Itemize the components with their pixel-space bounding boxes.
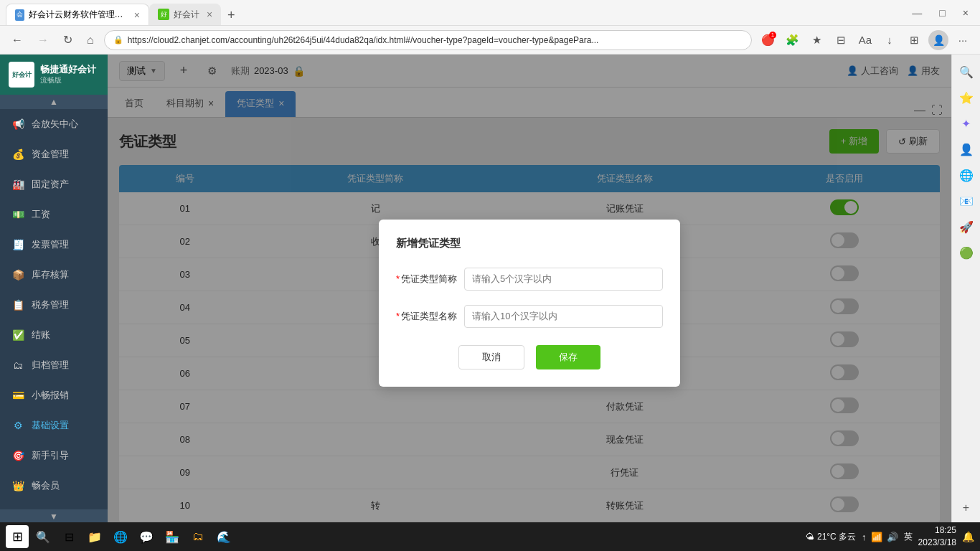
tab2-close[interactable]: × <box>207 9 212 20</box>
new-tab-button[interactable]: + <box>221 5 241 25</box>
sidebar-item-payroll[interactable]: 💵 工资 <box>0 199 108 230</box>
sound-icon[interactable]: 🔊 <box>887 532 898 542</box>
extension-icon-red[interactable]: 🔴 1 <box>758 30 778 50</box>
date-display: 2023/3/18 <box>918 537 956 549</box>
notification-button[interactable]: 🔔 <box>962 531 974 542</box>
tax-label: 税务管理 <box>32 298 69 311</box>
favorites-button[interactable]: ★ <box>806 30 826 50</box>
sidebar-item-archive[interactable]: 🗂 归档管理 <box>0 350 108 380</box>
rs-send-icon[interactable]: 🚀 <box>955 215 978 238</box>
sidebar-item-settings[interactable]: ⚙ 基础设置 <box>0 410 108 441</box>
maximize-button[interactable]: □ <box>933 4 951 22</box>
home-button[interactable]: ⌂ <box>83 31 98 50</box>
reload-button[interactable]: ↻ <box>59 30 77 50</box>
logo-subtitle: 流畅版 <box>40 75 96 85</box>
taskbar: ⊞ 🔍 ⊟ 📁 🌐 💬 🏪 🗂 🌊 🌤 21°C 多云 ↑ 📶 🔊 英 18:2… <box>0 522 980 551</box>
sidebar-scroll: 📢 会放矢中心 💰 资金管理 🏭 固定资产 💵 工资 🧾 发票管理 📦 <box>0 109 108 509</box>
close-button[interactable]: × <box>957 4 974 22</box>
sidebar-logo: 好会计 畅捷通好会计 流畅版 <box>0 55 108 95</box>
sidebar-item-checkout[interactable]: ✅ 结账 <box>0 320 108 350</box>
sidebar-item-notices[interactable]: 📢 会放矢中心 <box>0 109 108 139</box>
browser-tab-2[interactable]: 好 好会计 × <box>149 4 221 25</box>
network-up-icon[interactable]: ↑ <box>862 532 867 542</box>
wechat-button[interactable]: 💬 <box>135 525 158 548</box>
rs-add-icon[interactable]: + <box>955 496 978 519</box>
window-controls: — □ × <box>906 4 974 22</box>
browser-addressbar: ← → ↻ ⌂ 🔒 https://cloud2.chanjet.com/acc… <box>0 26 980 55</box>
weather-info[interactable]: 🌤 21°C 多云 <box>806 531 856 543</box>
sidebar-item-inventory[interactable]: 📦 库存核算 <box>0 260 108 290</box>
expense-icon: 💳 <box>11 389 24 402</box>
scroll-down[interactable]: ▼ <box>0 509 108 524</box>
rs-browser-icon[interactable]: 🌐 <box>955 164 978 187</box>
tab1-close[interactable]: × <box>134 9 140 21</box>
expense-label: 小畅报销 <box>32 389 69 402</box>
sidebar-item-guide[interactable]: 🎯 新手引导 <box>0 441 108 471</box>
wifi-icon[interactable]: 📶 <box>871 532 882 542</box>
fixed-assets-icon: 🏭 <box>11 178 24 191</box>
checkout-icon: ✅ <box>11 329 24 342</box>
minimize-button[interactable]: — <box>906 4 928 22</box>
edge-button[interactable]: 🌊 <box>212 525 235 548</box>
browser-tab-1[interactable]: 会 好会计云财务软件管理系统_会计 × <box>6 4 149 25</box>
start-button[interactable]: ⊞ <box>6 525 29 548</box>
sidebar-item-member[interactable]: 👑 畅会员 <box>0 471 108 501</box>
appstore-button[interactable]: 🏪 <box>161 525 184 548</box>
reader-mode-button[interactable]: Aa <box>855 30 875 50</box>
collections-button[interactable]: ⊞ <box>904 30 924 50</box>
settings-icon: ⚙ <box>11 419 24 432</box>
tab2-title: 好会计 <box>174 9 199 21</box>
rs-email-icon[interactable]: 📧 <box>955 189 978 212</box>
browser-titlebar: 会 好会计云财务软件管理系统_会计 × 好 好会计 × + — □ × <box>0 0 980 26</box>
modal-dialog: 新增凭证类型 *凭证类型简称 *凭证类型名称 取消 保存 <box>379 220 680 387</box>
cancel-button[interactable]: 取消 <box>458 345 524 369</box>
address-bar[interactable]: 🔒 https://cloud2.chanjet.com/accounting/… <box>104 30 752 50</box>
time-display: 18:25 <box>918 524 956 537</box>
invoice-label: 发票管理 <box>32 238 69 251</box>
lock-icon: 🔒 <box>113 35 123 44</box>
save-button[interactable]: ↓ <box>880 30 900 50</box>
abbr-input[interactable] <box>464 268 663 291</box>
rs-star-icon[interactable]: ⭐ <box>955 86 978 109</box>
guide-label: 新手引导 <box>32 449 69 462</box>
browser-toolbar-icons: 🔴 1 🧩 ★ ⊟ Aa ↓ ⊞ 👤 ··· <box>758 30 973 50</box>
guide-icon: 🎯 <box>11 449 24 462</box>
logo-icon: 好会计 <box>9 62 34 88</box>
split-view-button[interactable]: ⊟ <box>831 30 851 50</box>
capital-label: 资金管理 <box>32 148 69 161</box>
address-text: https://cloud2.chanjet.com/accounting/uh… <box>128 35 743 45</box>
back-button[interactable]: ← <box>7 31 27 50</box>
forward-button[interactable]: → <box>33 31 53 50</box>
sidebar-item-tax[interactable]: 📋 税务管理 <box>0 290 108 320</box>
extensions-button[interactable]: 🧩 <box>782 30 802 50</box>
sidebar-item-invoice[interactable]: 🧾 发票管理 <box>0 230 108 260</box>
search-taskbar-button[interactable]: 🔍 <box>32 525 55 548</box>
modal-title: 新增凭证类型 <box>396 237 663 250</box>
explorer-button[interactable]: 📁 <box>83 525 106 548</box>
rs-profile-icon[interactable]: 👤 <box>955 138 978 161</box>
archive-label: 归档管理 <box>32 359 69 372</box>
files-button[interactable]: 🗂 <box>187 525 209 548</box>
form-label-abbr: *凭证类型简称 <box>396 273 457 286</box>
form-label-name: *凭证类型名称 <box>396 310 457 323</box>
profile-button[interactable]: 👤 <box>928 30 948 50</box>
rs-green-icon[interactable]: 🟢 <box>955 241 978 264</box>
chrome-button[interactable]: 🌐 <box>109 525 132 548</box>
save-button[interactable]: 保存 <box>536 345 600 369</box>
inventory-label: 库存核算 <box>32 268 69 281</box>
more-options-button[interactable]: ··· <box>953 30 973 50</box>
settings-label: 基础设置 <box>32 419 69 432</box>
scroll-up[interactable]: ▲ <box>0 95 108 109</box>
archive-icon: 🗂 <box>11 359 24 372</box>
taskview-button[interactable]: ⊟ <box>57 525 80 548</box>
sidebar-item-capital[interactable]: 💰 资金管理 <box>0 139 108 169</box>
sidebar-item-expense[interactable]: 💳 小畅报销 <box>0 380 108 410</box>
kb-indicator[interactable]: 英 <box>904 531 913 543</box>
rs-copilot-icon[interactable]: ✦ <box>955 112 978 135</box>
sidebar-item-fixed-assets[interactable]: 🏭 固定资产 <box>0 169 108 199</box>
name-input[interactable] <box>464 305 663 328</box>
notices-icon: 📢 <box>11 118 24 131</box>
rs-search-icon[interactable]: 🔍 <box>955 60 978 83</box>
weather-icon: 🌤 <box>806 532 814 542</box>
required-mark-name: * <box>396 311 400 321</box>
